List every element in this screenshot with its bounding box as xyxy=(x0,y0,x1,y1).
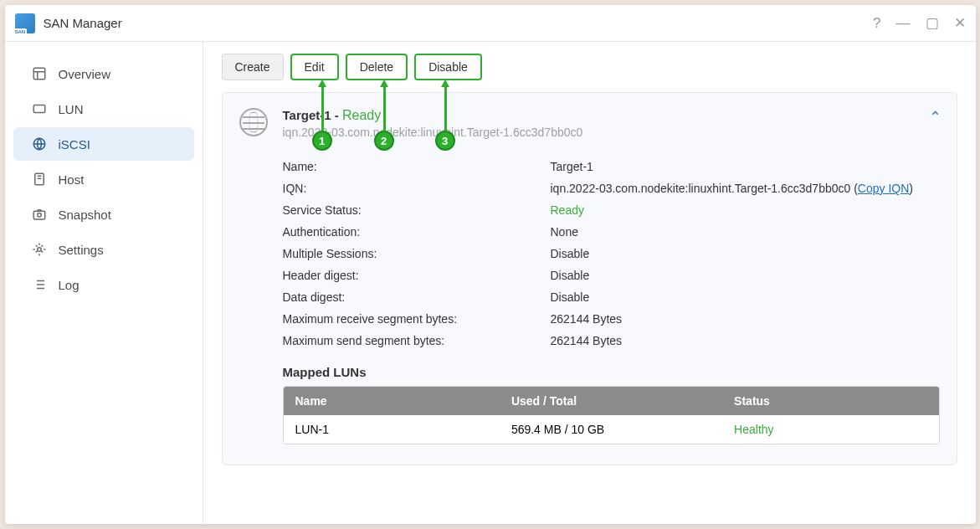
callout-arrow-2 xyxy=(383,84,386,131)
title-separator: - xyxy=(331,108,342,122)
host-icon xyxy=(32,172,47,187)
callout-badge-1: 1 xyxy=(312,131,332,151)
create-button[interactable]: Create xyxy=(222,54,284,80)
gear-icon xyxy=(32,242,47,257)
detail-iqn-value: iqn.2022-03.com.nodekite:linuxhint.Targe… xyxy=(551,182,914,195)
panel-header: Target-1 - Ready iqn.2022-03.com.nodekit… xyxy=(239,108,940,139)
detail-header-digest-value: Disable xyxy=(551,269,590,282)
titlebar: SAN Manager ? — ▢ ✕ xyxy=(5,5,976,42)
detail-recv-value: 262144 Bytes xyxy=(551,312,623,326)
app-icon xyxy=(15,13,35,33)
dashboard-icon xyxy=(32,66,47,81)
edit-button[interactable]: Edit xyxy=(290,54,339,80)
sidebar: Overview LUN iSCSI Host Snapshot Setting… xyxy=(5,42,203,524)
sidebar-label: Snapshot xyxy=(59,208,111,222)
col-used: Used / Total xyxy=(500,387,722,415)
camera-icon xyxy=(32,207,47,222)
detail-multi-value: Disable xyxy=(551,247,590,260)
detail-auth-label: Authentication: xyxy=(283,225,551,239)
detail-recv-label: Maximum receive segment bytes: xyxy=(283,312,551,326)
svg-point-6 xyxy=(37,248,41,252)
detail-multi-label: Multiple Sessions: xyxy=(283,247,551,260)
detail-auth-value: None xyxy=(551,225,578,239)
toolbar: Create Edit Delete Disable 1 2 3 xyxy=(222,54,957,80)
globe-icon xyxy=(32,136,47,152)
svg-point-5 xyxy=(37,213,41,218)
detail-send-value: 262144 Bytes xyxy=(551,334,623,347)
target-title-line: Target-1 - Ready xyxy=(283,108,583,123)
content-area: Create Edit Delete Disable 1 2 3 ⌃ Targe… xyxy=(203,42,976,524)
list-icon xyxy=(32,277,47,292)
mapped-luns-title: Mapped LUNs xyxy=(283,365,940,379)
target-panel: ⌃ Target-1 - Ready iqn.2022-03.com.nodek… xyxy=(222,92,957,465)
sidebar-label: Overview xyxy=(59,67,111,81)
callout-arrow-1 xyxy=(321,84,324,131)
cell-status: Healthy xyxy=(722,415,938,444)
cell-used: 569.4 MB / 10 GB xyxy=(500,415,722,444)
target-name: Target-1 xyxy=(283,108,331,122)
col-name: Name xyxy=(284,387,500,415)
mapped-luns-table: Name Used / Total Status LUN-1 569.4 MB … xyxy=(283,386,940,444)
callout-badge-3: 3 xyxy=(435,131,455,151)
sidebar-item-settings[interactable]: Settings xyxy=(13,233,194,266)
disable-button[interactable]: Disable xyxy=(414,54,482,80)
detail-service-value: Ready xyxy=(551,203,584,217)
sidebar-label: Host xyxy=(59,172,85,187)
close-icon[interactable]: ✕ xyxy=(954,14,966,32)
sidebar-label: Settings xyxy=(59,243,104,257)
target-details: Name:Target-1 IQN:iqn.2022-03.com.nodeki… xyxy=(283,156,940,352)
callout-arrow-3 xyxy=(444,84,447,131)
chevron-up-icon[interactable]: ⌃ xyxy=(929,108,942,126)
detail-service-label: Service Status: xyxy=(283,203,551,217)
detail-data-digest-label: Data digest: xyxy=(283,290,551,304)
minimize-icon[interactable]: — xyxy=(896,15,911,32)
svg-rect-1 xyxy=(33,105,45,113)
target-status: Ready xyxy=(342,108,381,122)
sidebar-label: Log xyxy=(59,278,80,292)
sidebar-item-lun[interactable]: LUN xyxy=(13,92,194,126)
callout-badge-2: 2 xyxy=(374,131,394,151)
detail-iqn-label: IQN: xyxy=(283,182,551,195)
col-status: Status xyxy=(722,387,938,415)
san-manager-window: SAN Manager ? — ▢ ✕ Overview LUN iSCSI xyxy=(5,5,976,524)
sidebar-item-overview[interactable]: Overview xyxy=(13,57,194,90)
sidebar-item-host[interactable]: Host xyxy=(13,162,194,196)
sidebar-item-iscsi[interactable]: iSCSI xyxy=(13,127,194,161)
copy-iqn-link[interactable]: Copy IQN xyxy=(858,182,909,195)
detail-name-value: Target-1 xyxy=(551,160,593,173)
detail-name-label: Name: xyxy=(283,160,551,173)
delete-button[interactable]: Delete xyxy=(346,54,408,80)
window-title: SAN Manager xyxy=(44,16,122,30)
help-icon[interactable]: ? xyxy=(873,15,880,32)
maximize-icon[interactable]: ▢ xyxy=(926,14,939,32)
target-globe-icon xyxy=(239,108,268,136)
detail-data-digest-value: Disable xyxy=(551,290,590,304)
window-controls: ? — ▢ ✕ xyxy=(873,14,965,32)
sidebar-label: iSCSI xyxy=(59,137,90,152)
detail-header-digest-label: Header digest: xyxy=(283,269,551,282)
cell-name: LUN-1 xyxy=(284,415,500,444)
lun-icon xyxy=(32,101,47,116)
svg-rect-4 xyxy=(33,211,45,219)
sidebar-item-log[interactable]: Log xyxy=(13,268,194,301)
table-row[interactable]: LUN-1 569.4 MB / 10 GB Healthy xyxy=(284,415,939,444)
detail-send-label: Maximum send segment bytes: xyxy=(283,334,551,347)
sidebar-item-snapshot[interactable]: Snapshot xyxy=(13,198,194,231)
svg-rect-0 xyxy=(33,68,45,80)
sidebar-label: LUN xyxy=(59,102,84,116)
